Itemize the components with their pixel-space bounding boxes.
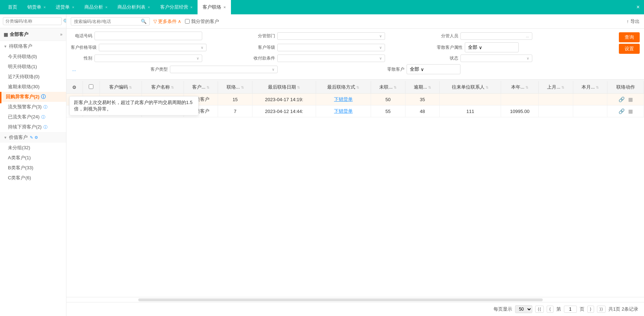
- filter-row-4: ... 客户类型 ∨ 零散客户 全部: [71, 64, 616, 74]
- nav-customer-segment[interactable]: 客户分层经营 ×: [155, 0, 198, 14]
- row2-last-contact-date: 2023-04-12 14:44:: [252, 105, 316, 117]
- filter-retail-attr-select[interactable]: 全部 ∨: [465, 42, 519, 52]
- nav-product-list[interactable]: 商品分析列表 ×: [112, 0, 155, 14]
- sidebar-search-input[interactable]: [3, 17, 62, 25]
- edit-value-icon[interactable]: ✎: [30, 135, 33, 140]
- row2-last-month: [538, 105, 573, 117]
- row2-last-contact-method[interactable]: 下销货单: [316, 105, 371, 117]
- filter-phone-input[interactable]: [94, 32, 202, 40]
- col-unit-contact: 往来单位联系人 ⇅: [440, 81, 501, 94]
- sort-uncontacted-icon[interactable]: ⇅: [394, 85, 397, 89]
- row2-overdue: 48: [405, 105, 440, 117]
- filter-payment-select[interactable]: ∨: [277, 55, 385, 62]
- filter-customer-level-field: 客户等级 ∨: [254, 44, 433, 51]
- col-actions: 联络动作: [607, 81, 644, 94]
- filter-price-level-select[interactable]: ∨: [99, 44, 207, 51]
- help-lost-icon[interactable]: ⓘ: [41, 115, 45, 119]
- sort-code-icon[interactable]: ⇅: [129, 85, 132, 89]
- help-loss-risk-icon[interactable]: ⓘ: [43, 105, 47, 109]
- row2-unit-contact: 111: [440, 105, 501, 117]
- settings-value-icon[interactable]: ⚙: [34, 135, 38, 140]
- my-customers-check[interactable]: [185, 19, 190, 24]
- row2-link-icon[interactable]: 🔗: [618, 108, 625, 114]
- filter-buttons: 查询 设置: [619, 32, 640, 54]
- sort-this-year-icon[interactable]: ⇅: [525, 85, 528, 89]
- sidebar-item-abnormal-repurchase[interactable]: 回购异常客户(2) ⓘ: [0, 92, 66, 102]
- nav-product-analysis[interactable]: 商品分析 ×: [79, 0, 112, 14]
- sidebar-item-ungroup[interactable]: 未分组(32): [0, 143, 66, 153]
- close-product-analysis-icon[interactable]: ×: [105, 5, 107, 9]
- first-page-button[interactable]: ⟨⟨: [535, 306, 544, 313]
- sort-this-month-icon[interactable]: ⇅: [596, 85, 599, 89]
- filter-customer-level-select[interactable]: ∨: [277, 44, 385, 51]
- last-page-button[interactable]: ⟩⟩: [597, 306, 606, 313]
- sidebar-item-c-class[interactable]: C类客户(6): [0, 173, 66, 183]
- customer-type-chevron-icon: ∨: [272, 67, 274, 71]
- sort-method-icon[interactable]: ⇅: [356, 85, 359, 89]
- close-customer-segment-icon[interactable]: ×: [190, 5, 193, 9]
- filter-manager-select[interactable]: ...: [460, 32, 532, 40]
- sort-last-month-icon[interactable]: ⇅: [561, 85, 564, 89]
- settings-col-icon[interactable]: ⚙: [72, 85, 77, 90]
- row1-last-contact-method[interactable]: 下销货单: [316, 94, 371, 105]
- page-number-input[interactable]: [564, 306, 577, 313]
- col-settings[interactable]: ⚙: [66, 81, 83, 94]
- settings-button[interactable]: 设置: [619, 44, 640, 54]
- sidebar-item-overdue[interactable]: 逾期未联络(30): [0, 82, 66, 92]
- more-conditions-button[interactable]: ▽ 更多条件 ∧: [153, 18, 181, 25]
- sidebar-item-loss-risk[interactable]: 流失预警客户(3) ⓘ: [0, 102, 66, 112]
- nav-sales[interactable]: 销货单 ×: [22, 0, 51, 14]
- sidebar-search-icon[interactable]: 🔍: [63, 19, 66, 24]
- sidebar-item-lost[interactable]: 已流失客户(24) ⓘ: [0, 112, 66, 122]
- row2-grid-icon[interactable]: ▦: [628, 108, 633, 114]
- sidebar-item-today[interactable]: 今天待联络(0): [0, 52, 66, 62]
- filter-payment-field: 收付款条件 ∨: [254, 55, 433, 62]
- sort-name-icon[interactable]: ⇅: [171, 85, 174, 89]
- filter-retail-customer-select[interactable]: 全部 ∨: [407, 64, 460, 74]
- filter-gender-select[interactable]: ∨: [94, 55, 202, 62]
- nav-customer-contact[interactable]: 客户联络 ×: [198, 0, 231, 14]
- row1-grid-icon[interactable]: ▦: [628, 96, 633, 102]
- collapse-sidebar-icon[interactable]: »: [60, 32, 62, 37]
- sidebar-group-value-customers[interactable]: ▼ 价值客户 ✎ ⚙: [0, 132, 66, 143]
- sidebar-item-decline[interactable]: 持续下滑客户(2) ⓘ: [0, 122, 66, 132]
- nav-purchase[interactable]: 进货单 ×: [51, 0, 79, 14]
- table-header-row: ⚙ 客户编码 ⇅ 客户名称: [66, 81, 644, 94]
- sort-last-date-icon[interactable]: ⇅: [297, 85, 300, 89]
- sort-type-icon[interactable]: ⇅: [207, 85, 209, 89]
- sidebar-item-week[interactable]: 近7天待联络(0): [0, 72, 66, 82]
- close-all-tabs-button[interactable]: ×: [636, 4, 640, 10]
- export-button[interactable]: ↑ 导出: [627, 18, 640, 25]
- filter-search-input[interactable]: [74, 19, 141, 24]
- filter-status-select[interactable]: ∨: [460, 55, 532, 62]
- next-page-button[interactable]: ⟩: [587, 306, 594, 313]
- close-sales-icon[interactable]: ×: [43, 5, 46, 9]
- help-icon[interactable]: ⓘ: [41, 94, 46, 100]
- page-size-select[interactable]: 50: [515, 305, 532, 313]
- row1-last-month: [538, 94, 573, 105]
- sort-unit-contact-icon[interactable]: ⇅: [486, 85, 488, 89]
- my-customers-checkbox[interactable]: 我分管的客户: [185, 18, 219, 25]
- query-button[interactable]: 查询: [619, 32, 640, 42]
- sidebar-group-pending-contact[interactable]: ▼ 待联络客户: [0, 41, 66, 52]
- select-all-checkbox[interactable]: [89, 84, 93, 89]
- close-product-list-icon[interactable]: ×: [148, 5, 150, 9]
- sidebar-item-tomorrow[interactable]: 明天待联络(1): [0, 62, 66, 72]
- row1-link-icon[interactable]: 🔗: [618, 96, 625, 102]
- horizontal-scrollbar[interactable]: [66, 297, 644, 302]
- sidebar-item-a-class[interactable]: A类客户(1): [0, 153, 66, 163]
- filter-customer-type-select[interactable]: ∨: [170, 66, 278, 73]
- sort-contact-icon[interactable]: ⇅: [241, 85, 244, 89]
- sidebar-item-b-class[interactable]: B类客户(33): [0, 163, 66, 173]
- filter-search-icon[interactable]: 🔍: [141, 19, 147, 24]
- nav-home[interactable]: 首页: [3, 0, 22, 14]
- prev-page-button[interactable]: ⟨: [547, 306, 553, 313]
- close-customer-contact-icon[interactable]: ×: [223, 5, 226, 9]
- sort-overdue-icon[interactable]: ⇅: [428, 85, 431, 89]
- more-filter-dots[interactable]: ...: [72, 67, 76, 72]
- filter-dept-select[interactable]: ∨: [277, 32, 385, 40]
- help-decline-icon[interactable]: ⓘ: [43, 125, 47, 129]
- col-checkbox[interactable]: [83, 81, 99, 94]
- all-customers-header[interactable]: ▦ 全部客户 »: [0, 28, 66, 41]
- close-purchase-icon[interactable]: ×: [72, 5, 74, 9]
